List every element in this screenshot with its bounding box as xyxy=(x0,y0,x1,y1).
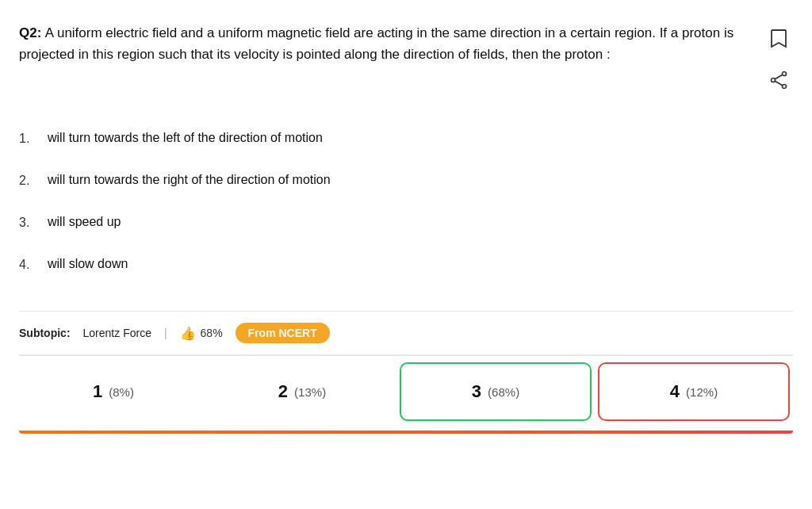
bookmark-icon xyxy=(770,29,787,49)
option-4[interactable]: 4. will slow down xyxy=(19,243,793,285)
svg-line-3 xyxy=(775,75,783,79)
question-text-block: Q2: A uniform electric field and a unifo… xyxy=(19,22,752,65)
answer-3-percent: (68%) xyxy=(488,385,519,399)
answers-row: 1 (8%) 2 (13%) 3 (68%) 4 (12%) xyxy=(19,355,793,427)
answer-1-percent: (8%) xyxy=(109,385,134,399)
answer-2-percent: (13%) xyxy=(294,385,326,399)
answer-cell-1[interactable]: 1 (8%) xyxy=(19,356,208,427)
subtopic-bar: Subtopic: Lorentz Force | 👍 68% From NCE… xyxy=(19,311,793,355)
subtopic-value: Lorentz Force xyxy=(83,327,151,339)
answer-3-number: 3 xyxy=(472,381,481,402)
question-label: Q2: xyxy=(19,25,41,40)
option-1-text: will turn towards the left of the direct… xyxy=(48,128,323,147)
question-header: Q2: A uniform electric field and a unifo… xyxy=(19,22,793,95)
share-icon xyxy=(769,71,788,89)
option-2[interactable]: 2. will turn towards the right of the di… xyxy=(19,159,793,201)
subtopic-label: Subtopic: xyxy=(19,327,71,339)
svg-point-0 xyxy=(783,72,787,76)
answer-1-number: 1 xyxy=(93,381,102,402)
svg-line-4 xyxy=(775,81,783,86)
question-card: Q2: A uniform electric field and a unifo… xyxy=(0,0,812,434)
options-list: 1. will turn towards the left of the dir… xyxy=(19,117,793,285)
svg-point-2 xyxy=(772,78,776,82)
svg-point-1 xyxy=(783,85,787,89)
option-1-number: 1. xyxy=(19,128,48,148)
answer-cell-2[interactable]: 2 (13%) xyxy=(208,356,396,427)
option-3-text: will speed up xyxy=(48,212,121,232)
subtopic-divider: | xyxy=(164,327,167,339)
bottom-line xyxy=(19,431,793,434)
answer-2-number: 2 xyxy=(278,381,288,402)
option-4-number: 4. xyxy=(19,254,48,274)
option-2-text: will turn towards the right of the direc… xyxy=(48,170,331,189)
bookmark-button[interactable] xyxy=(767,25,791,55)
thumbs-up-icon: 👍 xyxy=(180,326,196,341)
option-4-text: will slow down xyxy=(48,254,128,274)
answer-cell-3[interactable]: 3 (68%) xyxy=(400,362,592,421)
share-button[interactable] xyxy=(766,68,791,95)
like-percent: 68% xyxy=(201,327,223,339)
question-body: A uniform electric field and a uniform m… xyxy=(19,25,733,62)
ncert-badge[interactable]: From NCERT xyxy=(236,323,330,343)
action-icons xyxy=(764,22,793,95)
answer-4-number: 4 xyxy=(670,381,680,402)
option-3[interactable]: 3. will speed up xyxy=(19,201,793,243)
like-button[interactable]: 👍 68% xyxy=(180,326,223,341)
option-1[interactable]: 1. will turn towards the left of the dir… xyxy=(19,117,793,159)
answer-4-percent: (12%) xyxy=(686,385,718,399)
option-3-number: 3. xyxy=(19,212,48,232)
answer-cell-4[interactable]: 4 (12%) xyxy=(598,362,790,421)
option-2-number: 2. xyxy=(19,170,48,190)
